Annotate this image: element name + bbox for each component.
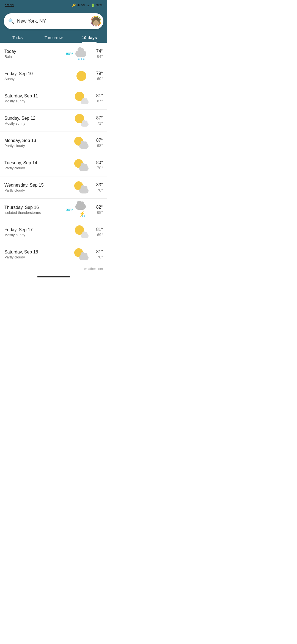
- row-left: Wednesday, Sep 15 Partly cloudy: [4, 183, 58, 192]
- network-label: 5G: [81, 4, 85, 7]
- tabs: Today Tomorrow 10 days: [0, 32, 107, 43]
- row-left: Friday, Sep 17 Mostly sunny: [4, 227, 58, 237]
- avatar-image: [92, 17, 100, 26]
- signal-icon: ▲: [87, 4, 90, 7]
- row-middle: [58, 69, 89, 83]
- weather-row[interactable]: Saturday, Sep 11 Mostly sunny 81° 67°: [0, 87, 107, 110]
- row-middle: [58, 113, 89, 128]
- mostly-sunny-icon: [74, 113, 89, 128]
- temp-low: 68°: [97, 210, 103, 215]
- weather-row[interactable]: Saturday, Sep 18 Partly cloudy 81° 70°: [0, 243, 107, 265]
- row-temps: 81° 69°: [89, 227, 103, 237]
- row-condition: Partly cloudy: [4, 166, 58, 170]
- row-temps: 87° 68°: [89, 138, 103, 148]
- search-icon: 🔍: [8, 18, 14, 24]
- bluetooth-icon: ✱: [77, 4, 80, 7]
- mostly-sunny-icon: [74, 91, 89, 105]
- row-left: Today Rain: [4, 49, 58, 59]
- row-temps: 81° 67°: [89, 93, 103, 103]
- row-middle: [58, 91, 89, 105]
- temp-high: 81°: [96, 93, 103, 98]
- temp-low: 70°: [97, 166, 103, 170]
- row-condition: Rain: [4, 54, 58, 59]
- row-day: Today: [4, 49, 58, 54]
- key-icon: 🔑: [72, 4, 76, 7]
- row-day: Saturday, Sep 11: [4, 94, 58, 99]
- temp-low: 60°: [97, 77, 103, 81]
- partly-cloudy-icon: [74, 247, 89, 261]
- precip-pct: 80%: [66, 52, 73, 56]
- row-temps: 87° 71°: [89, 116, 103, 125]
- temp-high: 81°: [96, 227, 103, 232]
- battery-icon: 🔋: [91, 4, 95, 7]
- row-day: Friday, Sep 17: [4, 227, 58, 232]
- rain-icon: [74, 47, 89, 61]
- search-bar[interactable]: 🔍 New York, NY: [4, 13, 103, 29]
- avatar[interactable]: [91, 16, 101, 26]
- precip-pct: 30%: [66, 208, 73, 212]
- row-left: Thursday, Sep 16 Isolated thunderstorms: [4, 205, 58, 215]
- row-temps: 79° 60°: [89, 71, 103, 81]
- temp-low: 69°: [97, 233, 103, 237]
- row-temps: 83° 70°: [89, 182, 103, 192]
- temp-low: 67°: [97, 99, 103, 103]
- row-temps: 80° 70°: [89, 160, 103, 170]
- row-left: Tuesday, Sep 14 Partly cloudy: [4, 160, 58, 170]
- row-temps: 82° 68°: [89, 205, 103, 215]
- temp-low: 64°: [97, 54, 103, 59]
- row-condition: Mostly sunny: [4, 99, 58, 103]
- row-day: Thursday, Sep 16: [4, 205, 58, 210]
- row-day: Friday, Sep 10: [4, 71, 58, 76]
- weather-row[interactable]: Sunday, Sep 12 Mostly sunny 87° 71°: [0, 110, 107, 132]
- weather-row[interactable]: Monday, Sep 13 Partly cloudy 87° 68°: [0, 132, 107, 154]
- weather-list: Today Rain 80% 74° 64° Friday, Sep 10 Su…: [0, 43, 107, 265]
- tab-10days[interactable]: 10 days: [72, 32, 107, 43]
- weather-row[interactable]: Wednesday, Sep 15 Partly cloudy 83° 70°: [0, 176, 107, 199]
- row-left: Saturday, Sep 11 Mostly sunny: [4, 94, 58, 103]
- row-day: Tuesday, Sep 14: [4, 160, 58, 165]
- tab-tomorrow[interactable]: Tomorrow: [36, 32, 72, 43]
- row-temps: 81° 70°: [89, 249, 103, 259]
- temp-low: 71°: [97, 121, 103, 125]
- weather-row[interactable]: Thursday, Sep 16 Isolated thunderstorms …: [0, 199, 107, 221]
- partly-cloudy-icon: [74, 158, 89, 172]
- temp-high: 74°: [96, 49, 103, 54]
- partly-cloudy-icon: [74, 180, 89, 195]
- row-left: Sunday, Sep 12 Mostly sunny: [4, 116, 58, 125]
- temp-high: 81°: [96, 249, 103, 254]
- tab-today[interactable]: Today: [0, 32, 36, 43]
- status-bar: 12:11 🔑 ✱ 5G ▲ 🔋 92%: [0, 0, 107, 10]
- home-bar: [0, 274, 107, 280]
- search-bar-container: 🔍 New York, NY: [0, 10, 107, 32]
- temp-low: 70°: [97, 188, 103, 192]
- row-middle: 30% ⚡: [58, 203, 89, 217]
- row-temps: 74° 64°: [89, 49, 103, 59]
- battery-label: 92%: [96, 4, 102, 7]
- row-middle: 80%: [58, 47, 89, 61]
- avatar-person: [93, 20, 99, 26]
- row-middle: [58, 180, 89, 195]
- search-input[interactable]: New York, NY: [17, 18, 88, 24]
- row-condition: Partly cloudy: [4, 188, 58, 192]
- temp-high: 83°: [96, 182, 103, 187]
- sunny-icon: [74, 69, 89, 83]
- row-middle: [58, 247, 89, 261]
- row-middle: [58, 158, 89, 172]
- row-condition: Isolated thunderstorms: [4, 211, 58, 215]
- thunder-icon: ⚡: [74, 203, 89, 217]
- weather-row[interactable]: Friday, Sep 17 Mostly sunny 81° 69°: [0, 221, 107, 243]
- weather-row[interactable]: Friday, Sep 10 Sunny 79° 60°: [0, 65, 107, 87]
- footer-source: weather.com: [0, 265, 107, 274]
- weather-row[interactable]: Today Rain 80% 74° 64°: [0, 43, 107, 65]
- temp-high: 87°: [96, 116, 103, 121]
- weather-row[interactable]: Tuesday, Sep 14 Partly cloudy 80° 70°: [0, 154, 107, 176]
- status-icons: 🔑 ✱ 5G ▲ 🔋 92%: [72, 4, 102, 7]
- row-left: Saturday, Sep 18 Partly cloudy: [4, 250, 58, 259]
- home-indicator: [37, 276, 70, 277]
- row-middle: [58, 225, 89, 239]
- temp-high: 87°: [96, 138, 103, 143]
- row-left: Friday, Sep 10 Sunny: [4, 71, 58, 81]
- row-condition: Partly cloudy: [4, 255, 58, 259]
- temp-low: 68°: [97, 143, 103, 148]
- partly-cloudy-icon: [74, 136, 89, 150]
